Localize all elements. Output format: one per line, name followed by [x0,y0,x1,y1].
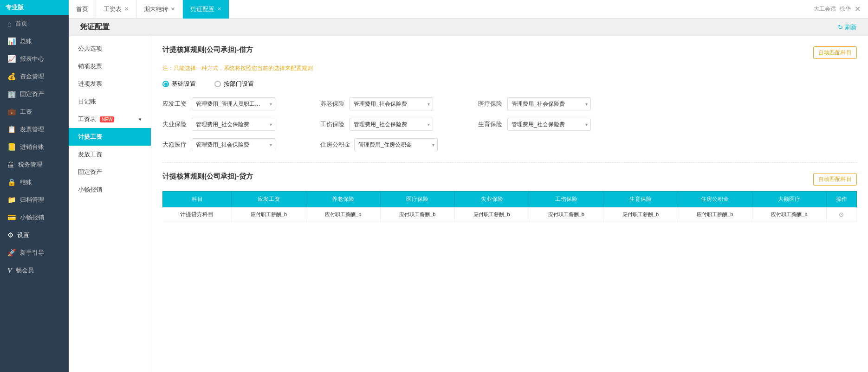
td-col4-value: 应付职工薪酬_b [473,212,510,217]
sidebar-item-vip-member[interactable]: V 畅会员 [0,262,69,279]
guide-icon: 🚀 [7,249,16,257]
nav-sales-invoice-label: 销项发票 [78,62,102,71]
refresh-button[interactable]: ↻ 刷新 [838,23,857,32]
sales-icon: 📒 [7,143,16,151]
th-gongshang: 工伤保险 [529,192,603,207]
nav-purchase-invoice[interactable]: 进项发票 [69,75,151,93]
credit-auto-match-button[interactable]: 自动匹配科目 [813,173,857,186]
td-col8: 应付职工薪酬_b [752,207,826,222]
settings-icon: ⚙ [7,231,13,239]
td-col5: 应付职工薪酬_b [529,207,603,222]
tab-home[interactable]: 首页 [69,0,96,19]
td-col5-value: 应付职工薪酬_b [548,212,584,217]
field-select-daeliao-value: 管理费用_社会保险费 [196,141,249,149]
tab-salary-table[interactable]: 工资表 ✕ [96,0,136,19]
field-label-shiye: 失业保险 [162,120,188,128]
nav-xiaochang-expense-sub[interactable]: 小畅报销 [69,181,151,199]
nav-salary-table-label: 工资表 [78,115,96,123]
nav-public-options[interactable]: 公共选项 [69,40,151,58]
tab-voucher-config-close[interactable]: ✕ [217,6,221,12]
nav-pay-salary[interactable]: 发放工资 [69,146,151,163]
sidebar-label-fund-mgmt: 资金管理 [20,72,44,81]
tab-voucher-config-label: 凭证配置 [190,5,214,13]
radio-basic-label: 基础设置 [172,80,196,88]
td-subject: 计提贷方科目 [163,207,232,222]
tax-icon: 🏛 [7,161,14,169]
sidebar-item-fixed-assets[interactable]: 🏢 固定资产 [0,85,69,103]
nav-sales-invoice[interactable]: 销项发票 [69,58,151,75]
chevron-down-icon-4: ▾ [270,122,272,127]
tab-voucher-config[interactable]: 凭证配置 ✕ [183,0,229,19]
sidebar-item-settings[interactable]: ⚙ 设置 [0,226,69,244]
tab-period-closing[interactable]: 期末结转 ✕ [136,0,183,19]
radio-basic[interactable]: 基础设置 [162,80,196,88]
sidebar-item-closing[interactable]: 🔒 结账 [0,173,69,191]
nav-arrow-icon: ▾ [139,116,142,122]
debit-section-title: 计提核算规则(公司承担)-借方 [162,45,253,54]
main-area: 首页 工资表 ✕ 期末结转 ✕ 凭证配置 ✕ 大工会话 徐华 ✕ 凭证配置 ↻ … [69,0,868,372]
sidebar-item-sales-ledger[interactable]: 📒 进销台账 [0,138,69,156]
tab-salary-table-close[interactable]: ✕ [124,6,129,12]
sidebar-item-tax-mgmt[interactable]: 🏛 税务管理 [0,156,69,173]
closing-icon: 🔒 [7,178,16,186]
field-label-yanglao: 养老保险 [320,100,346,108]
radio-by-dept[interactable]: 按部门设置 [214,80,254,88]
td-col7-value: 应付职工薪酬_b [697,212,733,217]
tab-period-closing-close[interactable]: ✕ [171,6,175,12]
refresh-icon: ↻ [838,24,843,31]
th-subject: 科目 [163,192,232,207]
sidebar-item-archive[interactable]: 📁 归档管理 [0,191,69,209]
field-select-shiye[interactable]: 管理费用_社会保险费 ▾ [192,118,275,131]
field-label-gongshang: 工伤保险 [320,120,346,128]
sidebar-item-xiaochang-expense[interactable]: 💳 小畅报销 [0,209,69,226]
sidebar-item-newbie-guide[interactable]: 🚀 新手引导 [0,244,69,262]
th-action: 操作 [826,192,856,207]
close-window-btn[interactable]: ✕ [855,5,861,13]
field-select-shengyu[interactable]: 管理费用_社会保险费 ▾ [507,118,591,131]
th-gongjijin: 住房公积金 [678,192,752,207]
nav-fixed-assets-sub[interactable]: 固定资产 [69,163,151,181]
sidebar-item-salary[interactable]: 💼 工资 [0,103,69,121]
sidebar-item-fund-mgmt[interactable]: 💰 资金管理 [0,68,69,85]
invoice-icon: 📋 [7,125,16,134]
field-group-gongshang: 工伤保险 管理费用_社会保险费 ▾ [320,118,460,131]
field-select-yingfa-gongzi[interactable]: 管理费用_管理人员职工薪酬 ▾ [192,97,275,110]
chevron-down-icon: ▾ [270,102,272,107]
th-shengyu: 生育保险 [603,192,678,207]
debit-field-row-3: 大额医疗 管理费用_社会保险费 ▾ 住房公积金 管理费用_住房公积金 ▾ [162,138,857,151]
field-select-gongshang[interactable]: 管理费用_社会保险费 ▾ [350,118,433,131]
left-nav: 公共选项 销项发票 进项发票 日记账 工资表 NEW ▾ 计提工资 发放工资 [69,36,151,372]
nav-salary-table[interactable]: 工资表 NEW ▾ [69,110,151,128]
debit-auto-match-button[interactable]: 自动匹配科目 [813,46,857,59]
sidebar-item-home[interactable]: ⌂ 首页 [0,15,69,32]
td-col6: 应付职工薪酬_b [603,207,678,222]
field-group-daeliao: 大额医疗 管理费用_社会保险费 ▾ [162,138,302,151]
td-col8-value: 应付职工薪酬_b [771,212,807,217]
nav-journal[interactable]: 日记账 [69,93,151,110]
field-select-yanglao[interactable]: 管理费用_社会保险费 ▾ [350,97,433,110]
field-label-gongjijin: 住房公积金 [320,141,350,149]
radio-by-dept-label: 按部门设置 [224,80,254,88]
radio-basic-circle [162,81,169,87]
td-col3-value: 应付职工薪酬_b [399,212,435,217]
field-select-gongjijin-value: 管理费用_住房公积金 [358,141,412,149]
nav-accrual-salary[interactable]: 计提工资 [69,128,151,146]
sidebar-item-invoice-mgmt[interactable]: 📋 发票管理 [0,121,69,138]
td-action[interactable]: ⊙ [826,207,856,222]
user-label: 大工会话 [814,5,836,13]
field-select-yiliao[interactable]: 管理费用_社会保险费 ▾ [507,97,591,110]
sidebar-item-report-center[interactable]: 📈 报表中心 [0,50,69,68]
main-content: 计提核算规则(公司承担)-借方 自动匹配科目 注：只能选择一种方式，系统将按照您… [151,36,868,372]
chevron-down-icon-8: ▾ [432,142,434,148]
edit-icon[interactable]: ⊙ [839,211,844,218]
td-col1-value: 应付职工薪酬_b [251,212,287,217]
sidebar-label-newbie-guide: 新手引导 [20,249,44,257]
sidebar-item-general-ledger[interactable]: 📊 总账 [0,32,69,50]
field-group-shengyu: 生育保险 管理费用_社会保险费 ▾ [478,118,617,131]
tab-salary-table-label: 工资表 [104,5,122,13]
page-header: 凭证配置 ↻ 刷新 [69,19,868,36]
field-group-yingfa-gongzi: 应发工资 管理费用_管理人员职工薪酬 ▾ [162,97,302,110]
field-select-gongjijin[interactable]: 管理费用_住房公积金 ▾ [354,138,438,151]
field-select-daeliao[interactable]: 管理费用_社会保险费 ▾ [192,138,275,151]
th-shiye: 失业保险 [454,192,529,207]
